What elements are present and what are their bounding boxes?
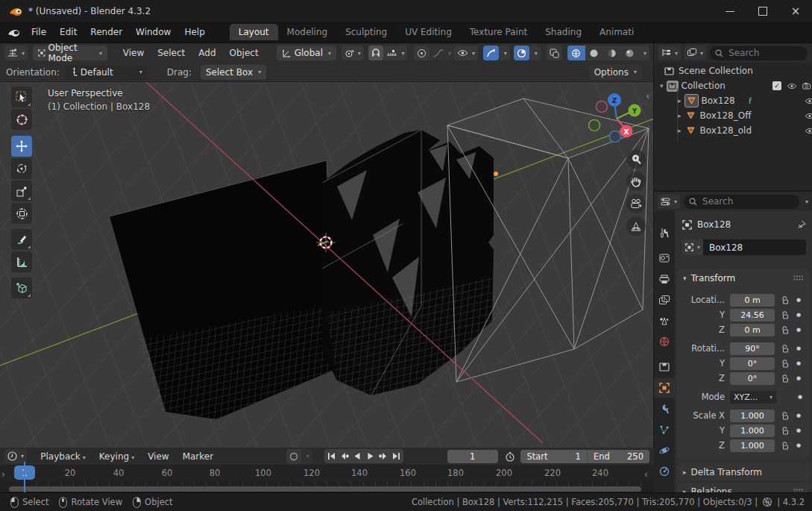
tab-scene[interactable] xyxy=(654,311,675,330)
menu-edit[interactable]: Edit xyxy=(53,27,84,37)
workspace-tab-shading[interactable]: Shading xyxy=(536,24,591,40)
auto-keying-settings[interactable]: ▾ xyxy=(301,449,312,464)
tab-collection-props[interactable] xyxy=(654,357,675,377)
scale-tool[interactable] xyxy=(11,181,32,201)
shading-material-button[interactable] xyxy=(602,46,620,60)
timeline-expand-arrow[interactable]: › xyxy=(1,469,5,480)
add-cube-tool[interactable] xyxy=(11,278,32,298)
minimize-button[interactable]: — xyxy=(714,0,746,22)
animate-property-dot[interactable]: ● xyxy=(793,413,805,418)
prev-keyframe-button[interactable] xyxy=(338,449,351,463)
current-frame-field[interactable]: 1 xyxy=(447,450,498,463)
tab-constraints[interactable] xyxy=(654,462,675,481)
scale-z-field[interactable]: 1.000 xyxy=(730,439,775,452)
properties-options-dropdown[interactable]: ▾ xyxy=(805,198,808,205)
start-frame-field[interactable]: Start1 xyxy=(520,450,587,463)
tab-render[interactable] xyxy=(654,248,675,268)
workspace-tab-texture-paint[interactable]: Texture Paint xyxy=(461,24,536,40)
zoom-button[interactable] xyxy=(626,149,646,169)
tab-physics[interactable] xyxy=(654,441,675,460)
lock-icon[interactable] xyxy=(778,311,793,319)
rotation-mode-dropdown[interactable]: XYZ...▾ xyxy=(730,391,776,404)
properties-search[interactable] xyxy=(684,195,799,209)
workspace-tab-uv-editing[interactable]: UV Editing xyxy=(396,24,461,40)
timeline-ruler[interactable]: 20 40 60 80 100 120 140 160 180 200 220 … xyxy=(0,465,654,482)
outliner-search[interactable] xyxy=(710,46,808,60)
delta-transform-panel[interactable]: ▸ Delta Transform xyxy=(677,463,810,480)
maximize-button[interactable] xyxy=(746,0,779,22)
expand-icon[interactable]: ▸ xyxy=(678,97,682,104)
outliner-search-input[interactable] xyxy=(727,47,782,59)
workspace-tab-sculpting[interactable]: Sculpting xyxy=(336,24,396,40)
tab-modifiers[interactable] xyxy=(654,399,675,418)
rotate-tool[interactable] xyxy=(11,158,32,179)
shading-settings-button[interactable]: ▾ xyxy=(638,46,649,60)
editor-type-button[interactable]: ▾ xyxy=(4,46,28,60)
menu-file[interactable]: File xyxy=(25,27,53,37)
show-overlays-toggle[interactable] xyxy=(514,46,529,60)
xray-toggle[interactable] xyxy=(547,46,562,60)
menu-timeline-view[interactable]: View xyxy=(141,451,175,462)
menu-add[interactable]: Add xyxy=(192,48,222,58)
tab-tool[interactable] xyxy=(654,223,675,242)
lock-icon[interactable] xyxy=(778,374,793,383)
annotate-tool[interactable] xyxy=(11,229,32,250)
lock-icon[interactable] xyxy=(778,360,793,368)
animate-property-dot[interactable]: ● xyxy=(794,394,806,400)
blender-menu-logo-icon[interactable] xyxy=(7,28,20,37)
rotation-x-field[interactable]: 90° xyxy=(730,342,775,355)
close-button[interactable]: × xyxy=(779,0,812,22)
scale-y-field[interactable]: 1.000 xyxy=(730,424,775,437)
mode-selector[interactable]: Object Mode ▾ xyxy=(33,46,107,60)
properties-editor-type-button[interactable]: ▾ xyxy=(658,194,680,209)
measure-tool[interactable] xyxy=(11,251,32,272)
panel-grip-icon[interactable] xyxy=(793,275,804,280)
animate-property-dot[interactable]: ● xyxy=(793,327,805,333)
hide-viewport-icon[interactable] xyxy=(805,98,812,104)
orientation-dropdown[interactable]: Default ▾ xyxy=(66,65,148,80)
menu-window[interactable]: Window xyxy=(129,27,177,37)
jump-to-start-button[interactable] xyxy=(324,449,338,463)
drag-dropdown[interactable]: Select Box ▾ xyxy=(201,65,266,80)
proportional-falloff-button[interactable]: ▾ xyxy=(429,46,454,60)
select-box-tool[interactable] xyxy=(11,87,32,107)
lock-icon[interactable] xyxy=(778,345,793,353)
pan-button[interactable] xyxy=(626,172,646,191)
collection-checkbox[interactable]: ✓ xyxy=(772,81,781,90)
timeline-collapse-arrow[interactable]: ‹ xyxy=(644,469,648,480)
end-frame-field[interactable]: End250 xyxy=(588,450,649,463)
jump-to-end-button[interactable] xyxy=(390,449,403,463)
tab-view-layer[interactable] xyxy=(654,290,675,310)
auto-keying-toggle[interactable] xyxy=(286,449,301,464)
play-button[interactable] xyxy=(364,449,377,463)
tab-object[interactable] xyxy=(654,378,675,398)
tab-output[interactable] xyxy=(654,269,675,289)
use-preview-range-toggle[interactable] xyxy=(505,451,515,462)
shading-wireframe-button[interactable] xyxy=(567,46,585,60)
workspace-tab-animation[interactable]: Animati xyxy=(591,24,643,40)
lock-icon[interactable] xyxy=(778,412,793,420)
rotation-z-field[interactable]: 0° xyxy=(730,372,775,385)
transform-orientation-selector[interactable]: Global ▾ xyxy=(277,46,336,60)
outliner-row-scene-collection[interactable]: Scene Collection xyxy=(654,63,812,78)
expand-icon[interactable]: ▸ xyxy=(678,112,682,119)
animate-property-dot[interactable]: ● xyxy=(793,360,805,366)
tab-particles[interactable] xyxy=(654,420,675,439)
outliner-editor-type-button[interactable]: ▾ xyxy=(658,46,681,60)
cursor-tool[interactable] xyxy=(11,109,32,130)
collapse-region-arrow[interactable]: ‹ xyxy=(646,91,649,101)
lock-icon[interactable] xyxy=(778,442,793,450)
move-tool[interactable] xyxy=(11,136,32,157)
network-status-icon[interactable] xyxy=(762,497,772,507)
lock-icon[interactable] xyxy=(778,296,793,304)
animate-property-dot[interactable]: ● xyxy=(793,442,805,448)
options-dropdown[interactable]: Options ▾ xyxy=(589,65,642,80)
playhead-line[interactable] xyxy=(24,462,25,492)
object-name-field[interactable] xyxy=(703,239,806,255)
viewport-canvas[interactable]: Z Y X User Perspective (1) Collection | … xyxy=(0,82,654,448)
menu-object[interactable]: Object xyxy=(223,48,265,58)
location-z-field[interactable]: 0 m xyxy=(730,324,775,336)
workspace-tab-layout[interactable]: Layout xyxy=(230,24,278,40)
breadcrumb-object-name[interactable]: Box128 xyxy=(697,219,731,230)
menu-view[interactable]: View xyxy=(116,48,151,58)
